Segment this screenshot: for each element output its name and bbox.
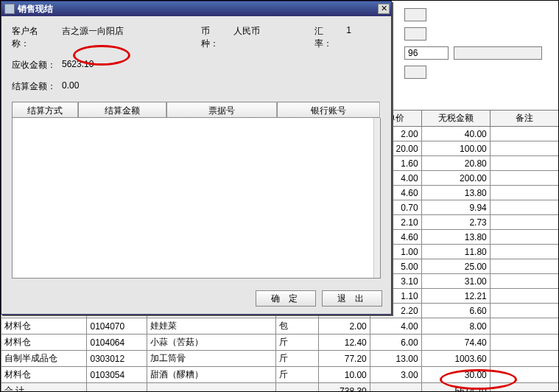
receivable-value: 5623.10	[62, 59, 128, 71]
header-dropdown-1[interactable]	[404, 8, 426, 21]
grid-body[interactable]	[12, 118, 381, 279]
settlement-grid: 结算方式 结算金额 票据号 银行账号	[12, 102, 381, 279]
close-icon[interactable]: ✕	[378, 4, 390, 14]
gh-acct[interactable]: 银行账号	[277, 102, 380, 118]
table-row[interactable]: 材料仓0103054甜酒（醪糟）斤10.003.0030.00	[1, 367, 559, 383]
ok-button[interactable]: 确 定	[256, 290, 316, 307]
table-row[interactable]: 自制半成品仓0303012加工筒骨斤77.2013.001003.60	[1, 351, 559, 367]
col-notax: 无税金额	[421, 111, 490, 127]
settle-value: 0.00	[62, 80, 79, 93]
sales-settlement-dialog: 销售现结 ✕ 客户名称： 吉之源一向阳店 币种： 人民币 汇率： 1 应收金额：…	[1, 1, 392, 315]
currency-value: 人民币	[233, 25, 285, 50]
scrollbar[interactable]	[373, 118, 380, 278]
header-wide-button[interactable]	[454, 46, 542, 60]
dialog-titlebar[interactable]: 销售现结 ✕	[1, 1, 391, 16]
info-row-2: 应收金额： 5623.10	[12, 59, 381, 71]
table-row[interactable]: 材料仓0104070娃娃菜包2.004.008.00	[1, 318, 559, 335]
header-dropdown-3[interactable]	[404, 66, 426, 79]
customer-label: 客户名称：	[12, 25, 56, 50]
grid-header: 结算方式 结算金额 票据号 银行账号	[12, 102, 381, 118]
exit-button[interactable]: 退 出	[322, 290, 382, 307]
receivable-label: 应收金额：	[12, 59, 56, 71]
gh-bill[interactable]: 票据号	[166, 102, 277, 118]
currency-label: 币种：	[201, 25, 228, 50]
settle-label: 结算金额：	[12, 80, 56, 93]
header-controls: 96	[404, 8, 552, 85]
dialog-body: 客户名称： 吉之源一向阳店 币种： 人民币 汇率： 1 应收金额： 5623.1…	[1, 16, 391, 284]
header-dropdown-2[interactable]	[404, 27, 426, 41]
info-row-1: 客户名称： 吉之源一向阳店 币种： 人民币 汇率： 1	[12, 25, 381, 50]
info-row-3: 结算金额： 0.00	[12, 80, 381, 93]
app-icon	[4, 4, 15, 14]
rate-label: 汇率：	[314, 25, 341, 50]
dialog-title: 销售现结	[18, 3, 378, 15]
table-total-row: 合 计738.305614.70	[1, 383, 559, 393]
table-row[interactable]: 材料仓0104064小蒜（苦菇）斤12.406.0074.40	[1, 335, 559, 351]
gh-method[interactable]: 结算方式	[12, 102, 78, 118]
gh-amount[interactable]: 结算金额	[78, 102, 166, 118]
customer-value: 吉之源一向阳店	[62, 25, 172, 50]
header-input-value[interactable]: 96	[404, 46, 449, 60]
rate-value: 1	[346, 25, 351, 50]
col-remark: 备注	[490, 111, 558, 127]
dialog-buttons: 确 定 退 出	[1, 284, 391, 314]
